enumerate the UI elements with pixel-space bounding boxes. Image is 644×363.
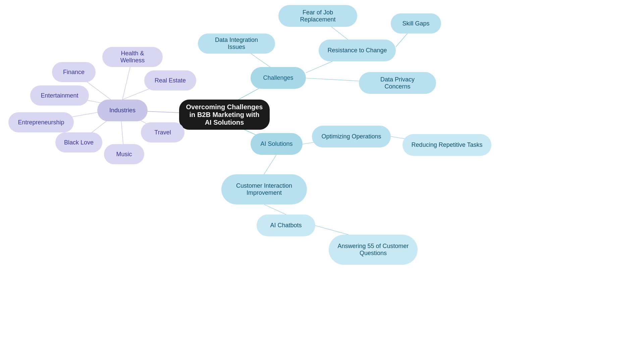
customer-interaction-node: Customer Interaction Improvement bbox=[221, 174, 307, 204]
fear-job-node: Fear of Job Replacement bbox=[278, 5, 357, 27]
optimizing-ops-node: Optimizing Operations bbox=[312, 126, 391, 147]
challenges-node: Challenges bbox=[251, 67, 306, 89]
entrepreneurship-node: Entrepreneurship bbox=[8, 112, 74, 132]
industries-node: Industries bbox=[97, 100, 148, 121]
finance-node: Finance bbox=[52, 62, 96, 82]
music-node: Music bbox=[104, 144, 144, 164]
reducing-rep-node: Reducing Repetitive Tasks bbox=[402, 134, 491, 156]
resistance-node: Resistance to Change bbox=[319, 40, 396, 61]
travel-node: Travel bbox=[141, 122, 184, 142]
svg-line-19 bbox=[264, 204, 286, 215]
ai-solutions-node: AI Solutions bbox=[251, 133, 303, 155]
black-love-node: Black Love bbox=[55, 132, 102, 153]
data-integration-node: Data Integration Issues bbox=[198, 34, 275, 54]
svg-line-18 bbox=[264, 155, 276, 174]
center-node: Overcoming Challenges in B2B Marketing w… bbox=[179, 100, 270, 130]
skill-gaps-node: Skill Gaps bbox=[391, 13, 441, 34]
health-wellness-node: Health & Wellness bbox=[102, 47, 163, 67]
data-privacy-node: Data Privacy Concerns bbox=[359, 72, 436, 94]
ai-chatbots-node: AI Chatbots bbox=[257, 215, 315, 236]
entertainment-node: Entertainment bbox=[30, 85, 89, 106]
answering-node: Answering 55 of Customer Questions bbox=[329, 235, 418, 265]
real-estate-node: Real Estate bbox=[144, 70, 196, 90]
